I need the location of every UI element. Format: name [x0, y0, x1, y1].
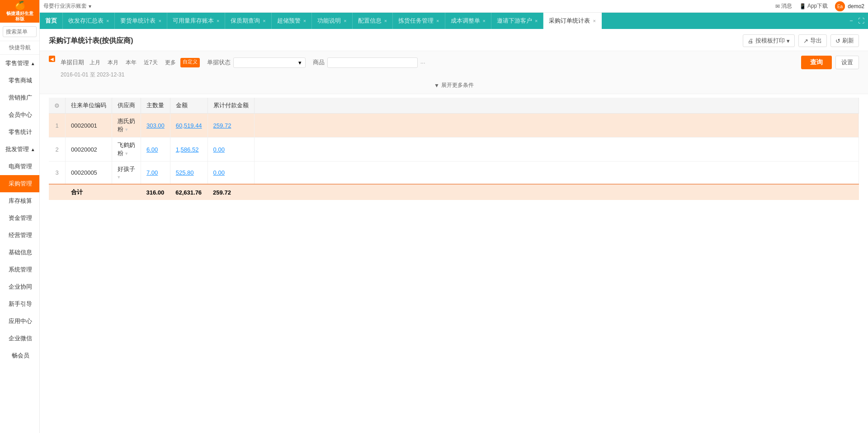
sidebar-item-capital[interactable]: 资金管理	[0, 209, 39, 227]
table-header-row: ⚙ 往来单位编码 供应商 主数量 金额 累计付款金额	[49, 98, 859, 114]
print-dropdown-icon: ▾	[787, 38, 790, 44]
row-extra	[254, 114, 859, 138]
sidebar-item-ops[interactable]: 经营管理	[0, 227, 39, 244]
tab-home[interactable]: 首页	[40, 13, 63, 29]
shortcut-this-year[interactable]: 本年	[123, 58, 139, 67]
topbar-msg[interactable]: ✉ 消息	[775, 2, 792, 10]
expand-more-btn[interactable]: ▼ 展开更多条件	[434, 81, 474, 89]
row-amount[interactable]: 1,586.52	[170, 138, 208, 162]
date-to: 2023-12-31	[97, 71, 124, 78]
tab-yaoqing-close[interactable]: ×	[535, 18, 538, 24]
tab-action-maximize[interactable]: ⛶	[858, 17, 864, 24]
tab-peizhi[interactable]: 配置信息 ×	[353, 13, 393, 29]
col-supplier: 供应商	[112, 98, 141, 114]
filter-row: 单据日期 上月 本月 本年 近7天 更多 自定义	[61, 56, 859, 69]
btn-refresh[interactable]: ↺ 刷新	[830, 34, 859, 47]
footer-qty: 316.00	[141, 184, 170, 200]
table-wrap: ⚙ 往来单位编码 供应商 主数量 金额 累计付款金额 1 00020001 惠氏…	[40, 98, 868, 200]
tab-caigou-close[interactable]: ×	[593, 18, 595, 24]
shortcut-this-month[interactable]: 本月	[105, 58, 121, 67]
btn-query[interactable]: 查询	[801, 56, 832, 69]
workspace-dropdown-icon[interactable]: ▾	[89, 3, 91, 10]
col-code: 往来单位编码	[66, 98, 112, 114]
tab-shoufaxhz[interactable]: 收发存汇总表 ×	[63, 13, 115, 29]
sidebar-menu: 零售管理 ▲ 零售商城 营销推广 会员中心 零售统计 批发管理 ▲ 电商管理 采…	[0, 55, 39, 433]
tab-chengben-close[interactable]: ×	[483, 18, 486, 24]
sidebar-item-inventory[interactable]: 库存核算	[0, 192, 39, 209]
tab-baozhi-close[interactable]: ×	[263, 18, 265, 24]
tab-chengben[interactable]: 成本调整单 ×	[445, 13, 491, 29]
sidebar-item-ecom[interactable]: 电商管理	[0, 158, 39, 175]
tab-chaochu-close[interactable]: ×	[303, 18, 306, 24]
goods-more-icon[interactable]: ···	[420, 59, 425, 66]
tab-yaohuodntj[interactable]: 要货单统计表 ×	[115, 13, 167, 29]
sidebar-item-system[interactable]: 系统管理	[0, 261, 39, 278]
shortcut-more[interactable]: 更多	[162, 58, 179, 67]
footer-empty1	[49, 184, 66, 200]
sidebar-item-purchase[interactable]: 采购管理	[0, 175, 39, 192]
filter-collapse-btn[interactable]: ◀	[49, 56, 55, 62]
date-shortcuts: 上月 本月 本年 近7天 更多 自定义	[87, 58, 200, 67]
sidebar-item-collab[interactable]: 企业协同	[0, 278, 39, 295]
goods-input[interactable]	[327, 57, 418, 68]
table-row[interactable]: 1 00020001 惠氏奶粉 ▾ 303.00 60,519.44 259.7…	[49, 114, 859, 138]
sidebar-item-retail-stat[interactable]: 零售统计	[0, 124, 39, 141]
tab-peizhi-close[interactable]: ×	[384, 18, 387, 24]
sidebar-item-member[interactable]: 会员中心	[0, 106, 39, 124]
username-label[interactable]: demo2	[848, 3, 864, 10]
tab-gongneng[interactable]: 功能说明 ×	[312, 13, 352, 29]
tab-caigou[interactable]: 采购订单统计表 ×	[543, 13, 601, 29]
tab-yaohuodntj-close[interactable]: ×	[158, 18, 161, 24]
shortcut-last-month[interactable]: 上月	[87, 58, 103, 67]
btn-print[interactable]: 🖨 按模板打印 ▾	[743, 34, 795, 47]
sidebar-item-batch[interactable]: 批发管理 ▲	[0, 141, 39, 158]
tab-shoufaxhz-close[interactable]: ×	[106, 18, 109, 24]
app-icon: 📱	[799, 3, 806, 10]
tab-yaoqing[interactable]: 邀请下游客户 ×	[491, 13, 543, 29]
btn-export[interactable]: ↗ 导出	[798, 34, 827, 47]
row-qty[interactable]: 6.00	[141, 138, 170, 162]
btn-print-label: 按模板打印	[755, 37, 785, 45]
sidebar-item-retail-shop[interactable]: 零售商城	[0, 72, 39, 89]
sidebar-item-marketing[interactable]: 营销推广	[0, 89, 39, 106]
col-gear[interactable]: ⚙	[49, 98, 66, 114]
sidebar-item-vip[interactable]: 畅会员	[0, 347, 39, 364]
shortcut-7days[interactable]: 近7天	[141, 58, 160, 67]
btn-settings[interactable]: 设置	[835, 56, 859, 69]
sidebar-search-input[interactable]	[3, 26, 37, 37]
sidebar-item-basic[interactable]: 基础信息	[0, 244, 39, 261]
topbar-workspace: 母婴行业演示账套 ▾	[43, 2, 775, 10]
tab-pihuo-close[interactable]: ×	[436, 18, 439, 24]
row-paid[interactable]: 0.00	[208, 138, 254, 162]
row-qty[interactable]: 303.00	[141, 114, 170, 138]
tab-keyongkc-close[interactable]: ×	[217, 18, 219, 24]
date-separator: 至	[90, 71, 97, 78]
row-amount[interactable]: 525.80	[170, 162, 208, 185]
sidebar-quick-nav[interactable]: 快捷导航	[0, 41, 39, 55]
row-index: 3	[49, 162, 66, 185]
tab-action-minimize[interactable]: －	[848, 17, 854, 25]
row-paid[interactable]: 0.00	[208, 162, 254, 185]
row-supplier: 惠氏奶粉 ▾	[112, 114, 141, 138]
tab-pihuo[interactable]: 拣货任务管理 ×	[393, 13, 445, 29]
tab-keyongkc[interactable]: 可用量库存账本 ×	[167, 13, 225, 29]
table-row[interactable]: 3 00020005 好孩子 ▾ 7.00 525.80 0.00	[49, 162, 859, 185]
row-amount[interactable]: 60,519.44	[170, 114, 208, 138]
sidebar-item-retail[interactable]: 零售管理 ▲	[0, 55, 39, 72]
sidebar-item-appstore[interactable]: 应用中心	[0, 313, 39, 330]
sidebar-item-newbie[interactable]: 新手引导	[0, 295, 39, 313]
sidebar-item-wechat[interactable]: 企业微信	[0, 330, 39, 347]
tab-gongneng-close[interactable]: ×	[344, 18, 346, 24]
table-row[interactable]: 2 00020002 飞鹤奶粉 ▾ 6.00 1,586.52 0.00	[49, 138, 859, 162]
tab-baozhi[interactable]: 保质期查询 ×	[225, 13, 271, 29]
row-extra	[254, 162, 859, 185]
tab-chaochu[interactable]: 超储预警 ×	[272, 13, 312, 29]
tab-home-label: 首页	[45, 17, 57, 25]
row-qty[interactable]: 7.00	[141, 162, 170, 185]
row-paid[interactable]: 259.72	[208, 114, 254, 138]
refresh-icon: ↺	[835, 38, 840, 44]
status-select[interactable]: ▾	[233, 57, 306, 68]
row-code: 00020002	[66, 138, 112, 162]
topbar-app[interactable]: 📱 App下载	[799, 2, 828, 10]
row-index: 2	[49, 138, 66, 162]
